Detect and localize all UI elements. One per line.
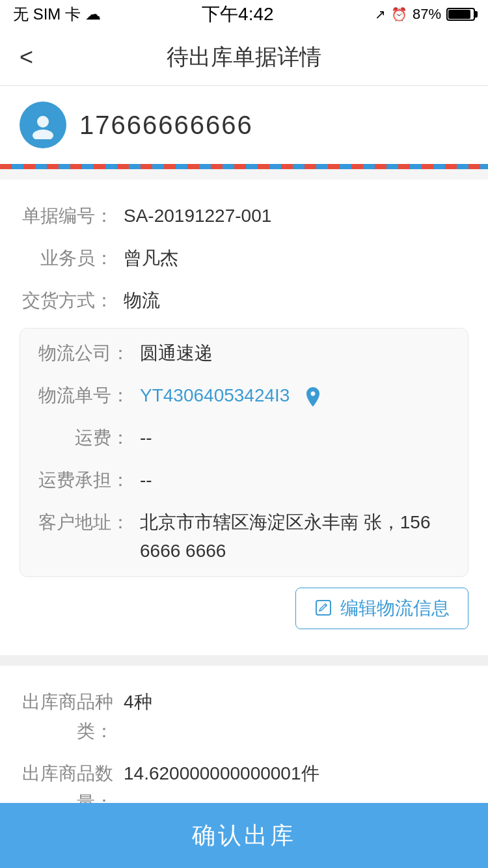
edit-logistics-row: 编辑物流信息 — [0, 577, 488, 640]
status-time: 下午4:42 — [202, 2, 274, 27]
edit-icon — [314, 599, 334, 618]
confirm-button-label: 确认出库 — [192, 820, 296, 852]
address-value: 北京市市辖区海淀区永丰南 张，156 6666 6666 — [140, 508, 452, 567]
logistics-card: 物流公司： 圆通速递 物流单号： YT43064053424I3 — [20, 328, 468, 577]
back-button[interactable]: < — [20, 44, 33, 71]
location-icon-status: ↗ — [375, 7, 386, 22]
user-icon — [29, 111, 57, 139]
battery-fill — [448, 10, 470, 19]
salesperson-value: 曾凡杰 — [124, 244, 468, 273]
freight-bear-row: 运费承担： -- — [20, 459, 468, 502]
goods-qty-value: 14.620000000000001件 — [124, 759, 468, 789]
address-row: 客户地址： 北京市市辖区海淀区永丰南 张，156 6666 6666 — [20, 502, 468, 573]
avatar — [20, 102, 66, 148]
freight-row: 运费： -- — [20, 417, 468, 459]
status-bar: 无 SIM 卡 ☁ 下午4:42 ↗ ⏰ 87% — [0, 0, 488, 29]
svg-point-0 — [37, 116, 49, 128]
goods-type-row: 出库商品种类： 4种 — [0, 681, 488, 753]
logistics-number-text: YT43064053424I3 — [140, 385, 290, 405]
goods-type-label: 出库商品种类： — [20, 688, 124, 746]
salesperson-label: 业务员： — [20, 244, 124, 273]
map-pin-icon[interactable] — [301, 385, 325, 409]
order-number-row: 单据编号： SA-20191227-001 — [0, 195, 488, 237]
section-divider-1 — [0, 655, 488, 666]
nav-bar: < 待出库单据详情 — [0, 29, 488, 86]
page-title: 待出库单据详情 — [167, 42, 321, 72]
logistics-company-row: 物流公司： 圆通速递 — [20, 332, 468, 375]
freight-bear-value: -- — [140, 466, 452, 495]
confirm-button[interactable]: 确认出库 — [0, 803, 488, 868]
logistics-number-label: 物流单号： — [36, 381, 140, 411]
order-info-section: 单据编号： SA-20191227-001 业务员： 曾凡杰 交货方式： 物流 … — [0, 180, 488, 655]
logistics-company-value: 圆通速递 — [140, 339, 452, 368]
customer-header: 17666666666 — [0, 86, 488, 164]
order-number-value: SA-20191227-001 — [124, 202, 468, 231]
logistics-number-value: YT43064053424I3 — [140, 381, 452, 411]
delivery-method-label: 交货方式： — [20, 286, 124, 316]
address-label: 客户地址： — [36, 508, 140, 537]
salesperson-row: 业务员： 曾凡杰 — [0, 237, 488, 280]
clock-icon-status: ⏰ — [391, 7, 407, 22]
order-number-label: 单据编号： — [20, 202, 124, 231]
edit-logistics-button[interactable]: 编辑物流信息 — [295, 588, 468, 629]
logistics-company-label: 物流公司： — [36, 339, 140, 368]
status-right: ↗ ⏰ 87% — [375, 6, 475, 23]
edit-logistics-label: 编辑物流信息 — [340, 596, 450, 621]
status-left: 无 SIM 卡 ☁ — [13, 4, 101, 25]
battery-bar — [446, 8, 475, 21]
logistics-number-row: 物流单号： YT43064053424I3 — [20, 375, 468, 417]
freight-value: -- — [140, 424, 452, 453]
delivery-method-row: 交货方式： 物流 — [0, 280, 488, 322]
delivery-method-value: 物流 — [124, 286, 468, 316]
goods-type-value: 4种 — [124, 688, 468, 717]
sim-label: 无 SIM 卡 ☁ — [13, 4, 101, 25]
dashed-divider — [0, 164, 488, 169]
battery-label: 87% — [413, 6, 441, 23]
freight-bear-label: 运费承担： — [36, 466, 140, 495]
freight-label: 运费： — [36, 424, 140, 453]
customer-phone: 17666666666 — [79, 111, 253, 140]
svg-point-1 — [33, 129, 53, 139]
